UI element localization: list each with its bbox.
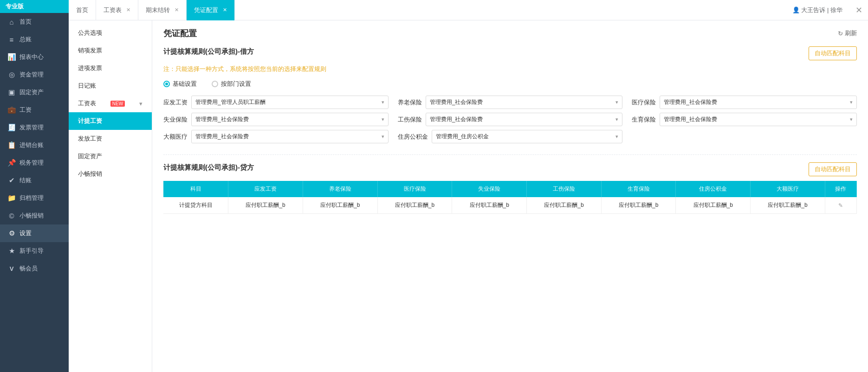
- left-nav-calc-salary[interactable]: 计提工资: [69, 112, 152, 130]
- tab-voucher[interactable]: 凭证配置 ✕: [187, 0, 235, 20]
- xiaochang-icon: ©: [7, 212, 16, 220]
- td-salary: 应付职工薪酬_b: [228, 197, 303, 214]
- select-salary[interactable]: 管理费用_管理人员职工薪酬 ▾: [191, 96, 389, 109]
- select-medical[interactable]: 管理费用_社会保险费 ▾: [660, 96, 857, 109]
- sidebar-item-reports[interactable]: 📊 报表中心: [0, 48, 69, 66]
- credit-table: 科目 应发工资 养老保险 医疗保险 失业保险 工伤保险 生育保险 住房公积金 大…: [163, 181, 857, 214]
- tab-voucher-close[interactable]: ✕: [223, 7, 227, 13]
- sidebar-item-tax[interactable]: 📌 税务管理: [0, 154, 69, 172]
- tab-payroll[interactable]: 工资表 ✕: [96, 0, 138, 20]
- td-subject: 计提贷方科目: [163, 197, 228, 214]
- sidebar-item-member[interactable]: V 畅会员: [0, 260, 69, 277]
- sidebar-item-label: 税务管理: [19, 159, 44, 167]
- topbar: 首页 工资表 ✕ 期末结转 ✕ 凭证配置 ✕ 👤 大王告诉 | 徐华 ✕: [69, 0, 868, 20]
- left-nav-public[interactable]: 公共选项: [69, 24, 152, 42]
- refresh-button[interactable]: ↻ 刷新: [838, 29, 857, 38]
- select-maternity[interactable]: 管理费用_社会保险费 ▾: [660, 113, 857, 126]
- left-nav-payroll-table[interactable]: 工资表 NEW ▾: [69, 95, 152, 112]
- label-medical: 医疗保险: [632, 98, 656, 107]
- sidebar-item-label: 新手引导: [19, 247, 44, 255]
- user-info: 👤 大王告诉 | 徐华: [792, 6, 842, 14]
- sidebar-item-funds[interactable]: ◎ 资金管理: [0, 66, 69, 83]
- sidebar-item-assets[interactable]: ▣ 固定资产: [0, 83, 69, 101]
- form-row-unemployment: 失业保险 管理费用_社会保险费 ▾: [163, 113, 389, 126]
- section1-header: 计提核算规则(公司承担)-借方 自动匹配科目: [163, 46, 857, 60]
- section-credit: 计提核算规则(公司承担)-贷方 自动匹配科目 科目 应发工资 养老保险 医疗保险…: [163, 162, 857, 214]
- left-nav-expense[interactable]: 小畅报销: [69, 165, 152, 183]
- table-row: 计提贷方科目 应付职工薪酬_b 应付职工薪酬_b 应付职工薪酬_b 应付职工薪酬…: [163, 197, 857, 214]
- tab-payroll-label: 工资表: [104, 6, 122, 14]
- chevron-down-icon: ▾: [382, 116, 384, 122]
- sales-icon: 📋: [7, 141, 16, 149]
- tab-period[interactable]: 期末结转 ✕: [138, 0, 187, 20]
- section2-header: 计提核算规则(公司承担)-贷方 自动匹配科目: [163, 162, 857, 176]
- radio-basic[interactable]: 基础设置: [163, 80, 197, 88]
- sidebar-item-home[interactable]: ⌂ 首页: [0, 13, 69, 31]
- section1-notice: 注：只能选择一种方式，系统将按照您当前的选择来配置规则: [163, 65, 857, 73]
- td-action[interactable]: ✎: [825, 197, 856, 214]
- edit-icon[interactable]: ✎: [838, 202, 843, 209]
- th-salary: 应发工资: [228, 181, 303, 197]
- sidebar-item-label: 资金管理: [19, 71, 44, 79]
- left-nav-pay-salary[interactable]: 发放工资: [69, 130, 152, 148]
- tab-payroll-close[interactable]: ✕: [126, 7, 130, 13]
- auto-match-credit-button[interactable]: 自动匹配科目: [809, 162, 857, 176]
- sidebar-item-closing[interactable]: ✔ 结账: [0, 172, 69, 189]
- page-title: 凭证配置: [163, 28, 197, 39]
- sidebar-item-archive[interactable]: 📁 归档管理: [0, 189, 69, 207]
- tab-period-close[interactable]: ✕: [175, 7, 179, 13]
- table-header-row: 科目 应发工资 养老保险 医疗保险 失业保险 工伤保险 生育保险 住房公积金 大…: [163, 181, 857, 197]
- sidebar-item-ledger[interactable]: ≡ 总账: [0, 31, 69, 48]
- ledger-icon: ≡: [7, 36, 16, 44]
- sidebar-item-xiaochang[interactable]: © 小畅报销: [0, 207, 69, 224]
- select-unemployment[interactable]: 管理费用_社会保险费 ▾: [191, 113, 389, 126]
- reports-icon: 📊: [7, 53, 16, 61]
- left-nav-fixed-assets[interactable]: 固定资产: [69, 148, 152, 165]
- sidebar-item-label: 畅会员: [19, 264, 38, 273]
- left-nav-journal[interactable]: 日记账: [69, 77, 152, 95]
- sidebar-item-label: 设置: [19, 229, 32, 237]
- form-row-maternity: 生育保险 管理费用_社会保险费 ▾: [632, 113, 857, 126]
- sidebar-item-newbie[interactable]: ★ 新手引导: [0, 242, 69, 260]
- select-major-medical[interactable]: 管理费用_社会保险费 ▾: [191, 130, 389, 143]
- refresh-label: 刷新: [845, 29, 857, 38]
- label-salary: 应发工资: [163, 98, 188, 107]
- tab-voucher-label: 凭证配置: [194, 6, 218, 14]
- left-nav-purchase-invoice[interactable]: 进项发票: [69, 59, 152, 77]
- close-window-btn[interactable]: ✕: [850, 5, 868, 15]
- radio-dept-circle: [212, 81, 218, 87]
- radio-basic-circle: [163, 81, 170, 87]
- content-area: 公共选项 销项发票 进项发票 日记账 工资表 NEW ▾ 计提工资 发放工资: [69, 20, 868, 372]
- tab-period-label: 期末结转: [146, 6, 170, 14]
- salary-icon: 💼: [7, 106, 16, 114]
- td-pension: 应付职工薪酬_b: [303, 197, 377, 214]
- expand-arrow-icon: ▾: [139, 100, 143, 107]
- right-panel: 凭证配置 ↻ 刷新 计提核算规则(公司承担)-借方 自动匹配科目 注：只能选择一…: [152, 20, 868, 372]
- th-medical: 医疗保险: [377, 181, 452, 197]
- app-edition: 专业版: [0, 0, 69, 13]
- tab-home-label: 首页: [76, 6, 88, 14]
- td-housing: 应付职工薪酬_b: [676, 197, 751, 214]
- auto-match-debit-button[interactable]: 自动匹配科目: [809, 46, 857, 60]
- select-pension[interactable]: 管理费用_社会保险费 ▾: [426, 96, 623, 109]
- sidebar-item-salary[interactable]: 💼 工资: [0, 101, 69, 119]
- label-maternity: 生育保险: [632, 115, 656, 124]
- tab-home[interactable]: 首页: [69, 0, 96, 20]
- label-pension: 养老保险: [398, 98, 422, 107]
- page-title-row: 凭证配置 ↻ 刷新: [163, 28, 857, 39]
- sidebar-item-invoice[interactable]: 🧾 发票管理: [0, 119, 69, 136]
- settings-icon: ⚙: [7, 229, 16, 237]
- radio-dept-label: 按部门设置: [221, 80, 251, 88]
- left-nav-sales-invoice[interactable]: 销项发票: [69, 42, 152, 59]
- sidebar-item-sales[interactable]: 📋 进销台账: [0, 136, 69, 154]
- td-major-medical: 应付职工薪酬_b: [751, 197, 825, 214]
- sidebar-item-label: 工资: [19, 106, 32, 114]
- select-injury[interactable]: 管理费用_社会保险费 ▾: [426, 113, 623, 126]
- select-housing[interactable]: 管理费用_住房公积金 ▾: [432, 130, 623, 143]
- label-unemployment: 失业保险: [163, 115, 188, 124]
- radio-dept[interactable]: 按部门设置: [212, 80, 251, 88]
- form-row-major-medical: 大额医疗 管理费用_社会保险费 ▾: [163, 130, 389, 143]
- funds-icon: ◎: [7, 71, 16, 79]
- sidebar-item-settings[interactable]: ⚙ 设置: [0, 224, 69, 242]
- th-maternity: 生育保险: [601, 181, 676, 197]
